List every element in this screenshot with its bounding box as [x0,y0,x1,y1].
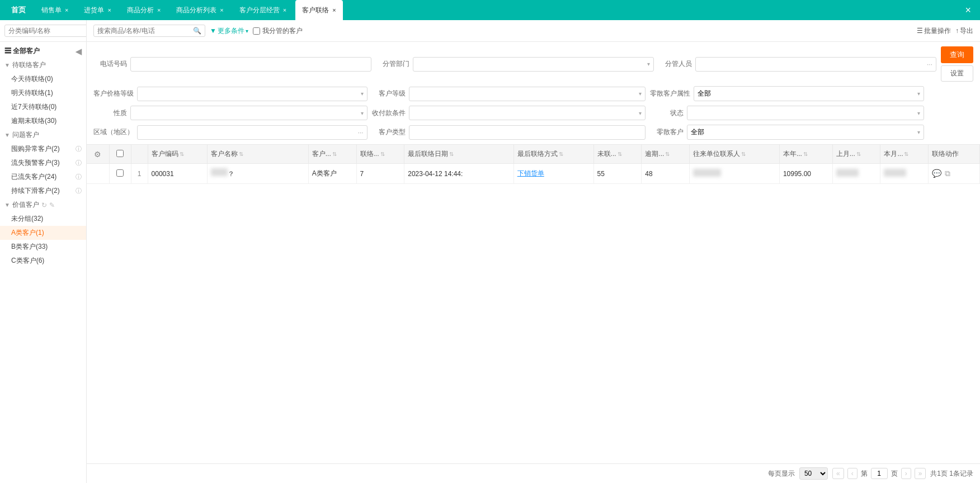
price-level-select[interactable]: ▾ [137,87,368,101]
th-last-date[interactable]: 最后联络日期⇅ [404,145,513,164]
close-purchase-icon[interactable]: × [107,7,111,13]
row-this-month [880,164,929,184]
info-icon-hoarding[interactable]: ⓘ [76,145,82,153]
th-unit-contact[interactable]: 往来单位联系人⇅ [690,145,780,164]
action-chat-icon[interactable]: 💬 [932,169,941,178]
settings-button[interactable]: 设置 [941,65,973,82]
sort-this-year-icon: ⇅ [803,151,808,157]
sidebar-search-input[interactable] [4,25,87,37]
nature-label: 性质 [93,108,127,118]
nav-goods-list[interactable]: 商品分析列表 × [169,0,230,20]
close-customer-tier-icon[interactable]: × [283,7,286,13]
payment-select[interactable]: ▾ [409,106,646,120]
nav-goods-analysis[interactable]: 商品分析 × [120,0,167,20]
select-all-checkbox[interactable] [116,150,124,157]
th-code[interactable]: 客户编码⇅ [148,145,208,164]
nav-sales[interactable]: 销售单 × [35,0,75,20]
sidebar-group-problem[interactable]: ▼ 问题客户 [0,128,86,142]
info-icon-declining[interactable]: ⓘ [76,187,82,195]
sidebar-group-pending-label: 待联络客户 [12,60,46,70]
first-page-button[interactable]: « [832,468,844,479]
sidebar-item-unclassified[interactable]: 未分组(32) [0,212,86,226]
sidebar-item-hoarding[interactable]: 囤购异常客户(2) ⓘ [0,142,86,156]
filter-search-icon[interactable]: 🔍 [193,27,201,35]
my-customers-checkbox[interactable] [253,27,260,35]
row-contact-count: 7 [356,164,404,184]
edit-icon[interactable]: ✎ [49,201,55,209]
next-page-button[interactable]: › [901,468,911,479]
batch-ops-button[interactable]: ☰ 批量操作 [917,26,951,36]
filter-search-input[interactable] [97,27,193,35]
arrow-problem-icon: ▼ [4,132,10,138]
query-button[interactable]: 查询 [941,46,973,63]
table-settings-icon[interactable]: ⚙ [94,150,101,159]
prev-page-button[interactable]: ‹ [847,468,858,479]
close-all-button[interactable]: × [960,4,976,16]
cust-level-select[interactable]: ▾ [409,87,646,101]
dept-select[interactable]: ▾ [413,57,654,72]
phone-input[interactable] [130,57,371,72]
filter-row-4: 区域（地区） ··· 客户类型 零散客户 全部▾ [93,125,973,140]
sidebar-item-b-class[interactable]: B类客户(33) [0,240,86,254]
sidebar-group-pending[interactable]: ▼ 待联络客户 [0,58,86,72]
sidebar-group-value[interactable]: ▼ 价值客户 ↻ ✎ [0,198,86,212]
per-page-select[interactable]: 50 100 [799,467,828,480]
th-no-contact[interactable]: 未联...⇅ [593,145,642,164]
page-input[interactable] [871,468,888,479]
filter-panel: 电话号码 分管部门 ▾ 分管人员 ··· 查询 设置 [87,42,980,145]
th-name[interactable]: 客户名称⇅ [208,145,308,164]
nav-home[interactable]: 首页 [4,0,32,20]
pagination-nav: « ‹ 第 页 › » [832,468,926,479]
sidebar-item-a-class[interactable]: A类客户(1) [0,226,86,240]
info-icon-churn-warning[interactable]: ⓘ [76,159,82,167]
region-input[interactable]: ··· [137,125,368,140]
nature-select[interactable]: ▾ [130,106,368,120]
table-footer: 每页显示 50 100 « ‹ 第 页 › » 共1页 1条记录 [87,463,980,483]
filter-row-2: 客户价格等级 ▾ 客户等级 ▾ 零散客户属性 全部▾ [93,86,973,101]
sidebar-item-overdue[interactable]: 逾期未联络(30) [0,114,86,128]
table-row: 1 000031 ？ A类客户 7 2023-04-12 14:44: 下销货单… [87,164,980,184]
filter-more-button[interactable]: ▼ 更多条件 ▾ [210,26,248,36]
sidebar-item-churned[interactable]: 已流失客户(24) ⓘ [0,170,86,184]
close-goods-analysis-icon[interactable]: × [157,7,161,13]
row-checkbox[interactable] [116,169,124,177]
nav-customer-tier[interactable]: 客户分层经营 × [233,0,293,20]
status-select[interactable]: ▾ [687,106,924,120]
filter-field-region: 区域（地区） ··· [93,125,368,140]
sidebar-item-tomorrow[interactable]: 明天待联络(1) [0,86,86,100]
nav-purchase[interactable]: 进货单 × [77,0,117,20]
th-overdue[interactable]: 逾期...⇅ [642,145,690,164]
th-settings: ⚙ [87,145,109,164]
th-this-year[interactable]: 本年...⇅ [779,145,832,164]
scatter-prop-select[interactable]: 全部▾ [694,86,924,101]
th-last-method[interactable]: 最后联络方式⇅ [513,145,593,164]
row-last-month [832,164,880,184]
sidebar-item-churn-warning[interactable]: 流失预警客户(3) ⓘ [0,156,86,170]
last-page-button[interactable]: » [915,468,926,479]
th-level[interactable]: 客户...⇅ [308,145,356,164]
row-last-method[interactable]: 下销货单 [513,164,593,184]
row-settings-cell [87,164,109,184]
export-button[interactable]: ↑ 导出 [955,26,973,36]
th-last-month[interactable]: 上月...⇅ [832,145,880,164]
sidebar-collapse-icon[interactable]: ◀ [76,47,82,56]
scatter-select[interactable]: 全部▾ [687,125,924,140]
sidebar-item-declining[interactable]: 持续下滑客户(2) ⓘ [0,184,86,198]
sidebar-item-7days[interactable]: 近7天待联络(0) [0,100,86,114]
info-icon-churned[interactable]: ⓘ [76,173,82,181]
sidebar-item-c-class[interactable]: C类客户(6) [0,254,86,268]
sort-code-icon: ⇅ [180,151,184,157]
th-contact[interactable]: 联络...⇅ [356,145,404,164]
sidebar-item-today[interactable]: 今天待联络(0) [0,72,86,86]
close-goods-list-icon[interactable]: × [220,7,223,13]
action-link-icon[interactable]: ⧉ [945,169,950,178]
refresh-icon[interactable]: ↻ [41,201,47,209]
cust-type-input[interactable] [409,125,646,140]
close-sales-icon[interactable]: × [65,7,68,13]
th-this-month[interactable]: 本月...⇅ [880,145,929,164]
filter-field-price-level: 客户价格等级 ▾ [93,87,368,101]
close-customer-contact-icon[interactable]: × [332,7,336,13]
person-input[interactable]: ··· [695,57,936,72]
filter-field-cust-level: 客户等级 ▾ [372,87,646,101]
nav-customer-contact[interactable]: 客户联络 × [295,0,342,20]
